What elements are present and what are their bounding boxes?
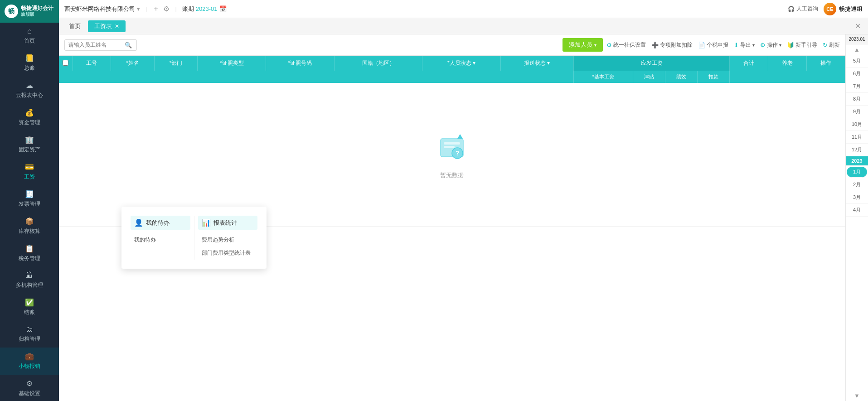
sidebar-label-salary: 工资 [24, 173, 35, 181]
popup-col-report: 📊 报表统计 费用趋势分析 部门费用类型统计表 [194, 212, 262, 263]
timeline-month-9[interactable]: 9月 [846, 106, 868, 118]
report-filter-icon[interactable]: ▾ [547, 60, 550, 66]
sidebar-item-expense[interactable]: 💼 小畅报销 [0, 348, 59, 375]
expense-icon: 💼 [25, 352, 34, 361]
timeline-month-11[interactable]: 11月 [846, 131, 868, 144]
popup-dept-expense-item[interactable]: 部门费用类型统计表 [198, 246, 258, 260]
timeline-month-3[interactable]: 3月 [846, 191, 868, 204]
add-company-icon[interactable]: ＋ [152, 4, 160, 14]
refresh-action[interactable]: ↻ 刷新 [823, 41, 840, 49]
timeline-month-5[interactable]: 5月 [846, 55, 868, 68]
timeline-month-6[interactable]: 6月 [846, 68, 868, 80]
service-button[interactable]: 🎧 人工咨询 [788, 5, 818, 13]
sidebar-item-archive[interactable]: 🗂 归档管理 [0, 321, 59, 348]
popup-expense-trend-item[interactable]: 费用趋势分析 [198, 233, 258, 246]
operation-action[interactable]: ⚙ 操作 ▾ [760, 41, 781, 49]
tab-home[interactable]: 首页 [63, 20, 87, 32]
empty-state: ? 暂无数据 [62, 87, 843, 222]
sidebar-item-invoice[interactable]: 🧾 发票管理 [0, 185, 59, 213]
th-salary-group: 应发工资 [573, 56, 730, 71]
sidebar-label-basic: 基础设置 [19, 390, 40, 397]
special-deduction-action[interactable]: ➕ 专项附加扣除 [651, 41, 693, 49]
sidebar-item-fixed-assets[interactable]: 🏢 固定资产 [0, 131, 59, 158]
social-insurance-icon: ⚙ [606, 42, 612, 48]
archive-icon: 🗂 [26, 325, 33, 333]
guide-action[interactable]: 🔰 新手引导 [787, 41, 817, 49]
timeline-nav-down[interactable]: ▼ [846, 391, 868, 401]
th-checkbox[interactable] [59, 56, 73, 71]
sidebar-label-cloud: 云报表中心 [16, 92, 43, 99]
headset-icon: 🎧 [788, 6, 795, 12]
sidebar-item-inventory[interactable]: 📦 库存核算 [0, 213, 59, 240]
timeline-month-1[interactable]: 1月 [847, 167, 867, 178]
popup-my-todo-item[interactable]: 我的待办 [131, 233, 190, 246]
sidebar-label-multi-org: 多机构管理 [16, 281, 43, 289]
th-dept: *部门 [154, 56, 198, 71]
timeline-month-12[interactable]: 12月 [846, 144, 868, 156]
empty-cell: ? 暂无数据 [59, 83, 845, 227]
sidebar-label-ledger: 总账 [24, 64, 35, 72]
report-title-icon: 📊 [202, 218, 211, 227]
sidebar-item-basic[interactable]: ⚙ 基础设置 [0, 375, 59, 401]
username: 畅捷通组 [839, 5, 863, 13]
social-insurance-action[interactable]: ⚙ 统一社保设置 [606, 41, 646, 49]
tab-close-icon[interactable]: ✕ [115, 23, 119, 29]
th-status: *人员状态 ▾ [422, 56, 500, 71]
th-nationality: 国籍（地区） [334, 56, 422, 71]
timeline-month-7[interactable]: 7月 [846, 80, 868, 93]
dept-expense-label: 部门费用类型统计表 [202, 250, 251, 256]
period-selector[interactable]: 账期 2023-01 📅 [182, 5, 227, 13]
timeline-panel: 2023.01 ▲ 5月 6月 7月 8月 9月 10月 11月 12月 202… [845, 34, 868, 401]
select-all-checkbox[interactable] [63, 60, 68, 66]
tabbar: 首页 工资表 ✕ ✕ [59, 18, 868, 34]
th-subsidy: 津贴 [633, 71, 665, 83]
search-wrap[interactable]: 🔍 [64, 39, 137, 51]
add-person-button[interactable]: 添加人员 ▾ [563, 38, 603, 52]
tax-report-icon: 📄 [698, 42, 705, 48]
settings-icon[interactable]: ⚙ [163, 5, 170, 13]
panel-close-button[interactable]: ✕ [851, 20, 864, 32]
assets-icon: 🏢 [25, 135, 34, 144]
th-id-type: *证照类型 [198, 56, 266, 71]
th-total: 合计 [730, 56, 768, 71]
refresh-label: 刷新 [829, 41, 840, 49]
company-dropdown-icon: ▾ [137, 5, 140, 12]
todo-title-icon: 👤 [134, 218, 143, 227]
timeline-nav-up[interactable]: ▲ [846, 44, 868, 55]
sidebar-label-settle: 结账 [24, 309, 35, 316]
timeline-month-2[interactable]: 2月 [846, 179, 868, 191]
sidebar-item-multi-org[interactable]: 🏛 多机构管理 [0, 267, 59, 294]
sidebar-item-tax[interactable]: 📋 税务管理 [0, 240, 59, 267]
sidebar-item-home[interactable]: ⌂ 首页 [0, 23, 59, 49]
sidebar-item-general-ledger[interactable]: 📒 总账 [0, 49, 59, 77]
sidebar-label-tax: 税务管理 [19, 255, 40, 262]
guide-action-icon: 🔰 [787, 42, 794, 48]
calendar-icon: 📅 [219, 5, 227, 12]
timeline-month-10[interactable]: 10月 [846, 118, 868, 131]
sidebar-label-inventory: 库存核算 [19, 227, 40, 235]
multi-org-icon: 🏛 [26, 271, 33, 280]
sidebar-item-funds[interactable]: 💰 资金管理 [0, 104, 59, 131]
export-action[interactable]: ⬇ 导出 ▾ [734, 41, 755, 49]
sidebar-item-settle[interactable]: ✅ 结账 [0, 294, 59, 321]
status-filter-icon[interactable]: ▾ [473, 60, 475, 66]
settle-icon: ✅ [25, 298, 34, 307]
timeline-scroll: 5月 6月 7月 8月 9月 10月 11月 12月 2023 1月 2月 3月… [846, 55, 868, 391]
timeline-month-8[interactable]: 8月 [846, 93, 868, 106]
sidebar-label-invoice: 发票管理 [19, 200, 40, 208]
tab-salary-label: 工资表 [94, 22, 112, 30]
special-deduction-label: 专项附加扣除 [660, 41, 693, 49]
svg-rect-2 [444, 146, 455, 148]
sidebar-item-cloud-report[interactable]: ☁ 云报表中心 [0, 77, 59, 104]
search-input[interactable] [68, 42, 123, 48]
user-menu[interactable]: CE 畅捷通组 [824, 3, 863, 15]
tab-salary[interactable]: 工资表 ✕ [88, 20, 126, 32]
popup-col-todo: 👤 我的待办 我的待办 [127, 212, 194, 263]
period-label: 账期 [182, 5, 194, 13]
sidebar-item-salary[interactable]: 💳 工资 [0, 158, 59, 185]
company-selector[interactable]: 西安虾米网络科技有限公司 ▾ [64, 5, 140, 13]
timeline-month-4[interactable]: 4月 [846, 204, 868, 217]
cloud-icon: ☁ [26, 81, 33, 90]
main-wrap: 西安虾米网络科技有限公司 ▾ | ＋ ⚙ | 账期 2023-01 📅 🎧 人工… [59, 0, 868, 401]
tax-report-action[interactable]: 📄 个税申报 [698, 41, 728, 49]
